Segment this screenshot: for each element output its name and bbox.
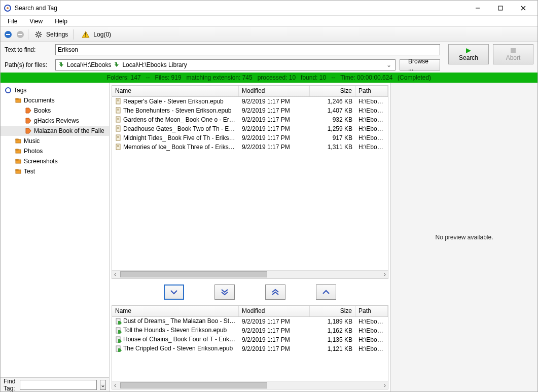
col-modified[interactable]: Modified	[239, 86, 310, 96]
app-icon	[4, 4, 12, 12]
menu-file[interactable]: File	[5, 17, 20, 26]
log-label[interactable]: Log(0)	[93, 31, 111, 38]
list-item[interactable]: Gardens of the Moon_ Book One o - Erikso…	[112, 115, 388, 124]
play-icon	[464, 47, 473, 54]
svg-marker-56	[118, 321, 122, 325]
tree-item[interactable]: Music	[1, 136, 109, 146]
col-path[interactable]: Path	[355, 306, 388, 316]
path-1: Local\H:\Ebooks	[67, 61, 111, 68]
settings-label[interactable]: Settings	[46, 31, 68, 38]
status-found: found: 10	[301, 74, 326, 81]
text-to-find-input[interactable]	[55, 44, 440, 55]
list-item[interactable]: The Crippled God - Steven Erikson.epub9/…	[112, 344, 388, 353]
svg-marker-26	[26, 108, 31, 113]
path-icon	[113, 61, 120, 68]
status-matching: matching extension: 745	[187, 74, 253, 81]
status-processed: processed: 10	[258, 74, 296, 81]
forward-icon[interactable]	[16, 30, 25, 39]
file-icon	[115, 98, 122, 105]
browse-button[interactable]: Browse ...	[400, 59, 440, 70]
status-bar: Folders: 147-- Files: 919 matching exten…	[1, 73, 537, 83]
tree-item[interactable]: gHacks Reviews	[1, 116, 109, 126]
tag-icon	[25, 107, 32, 114]
move-down-all-button[interactable]	[214, 284, 235, 300]
paths-input[interactable]: Local\H:\Ebooks Local\H:\Ebooks Library …	[55, 59, 396, 70]
svg-rect-36	[16, 169, 18, 170]
move-buttons	[112, 283, 388, 301]
titlebar: Search and Tag	[1, 1, 537, 16]
maximize-button[interactable]	[489, 1, 512, 15]
search-button[interactable]: Search	[448, 44, 489, 64]
svg-rect-30	[16, 139, 18, 140]
svg-rect-7	[6, 34, 10, 35]
toolbar: Settings ! Log(0)	[1, 27, 537, 42]
col-name[interactable]: Name	[112, 86, 239, 96]
move-down-button[interactable]	[164, 284, 184, 300]
svg-marker-58	[118, 330, 122, 334]
svg-rect-32	[16, 149, 18, 150]
folder-icon	[15, 168, 22, 175]
col-path[interactable]: Path	[355, 86, 388, 96]
svg-marker-21	[466, 48, 471, 53]
hscrollbar-top[interactable]: ‹›	[112, 270, 388, 278]
abort-button[interactable]: Abort	[493, 44, 533, 64]
status-folders: Folders: 147	[107, 74, 141, 81]
svg-point-23	[6, 88, 11, 93]
svg-point-10	[37, 33, 40, 36]
list-item[interactable]: The Bonehunters - Steven Erikson.epub9/2…	[112, 106, 388, 115]
folder-icon	[15, 97, 22, 104]
col-modified[interactable]: Modified	[239, 306, 310, 316]
back-icon[interactable]	[4, 30, 13, 39]
minimize-button[interactable]	[466, 1, 489, 15]
path-icon	[58, 61, 65, 68]
folder-icon	[15, 148, 22, 155]
file-icon	[115, 318, 122, 325]
svg-marker-62	[118, 348, 122, 352]
close-button[interactable]	[512, 1, 534, 15]
move-up-button[interactable]	[316, 284, 336, 300]
svg-rect-3	[498, 6, 503, 10]
path-2: Local\H:\Ebooks Library	[122, 61, 187, 68]
list-item[interactable]: Reaper's Gale - Steven Erikson.epub9/2/2…	[112, 97, 388, 106]
file-icon	[115, 134, 122, 141]
tree-item[interactable]: Documents	[1, 95, 109, 105]
col-size[interactable]: Size	[310, 306, 355, 316]
warning-icon[interactable]: !	[81, 30, 90, 39]
tree-item[interactable]: Screenshots	[1, 156, 109, 166]
status-time: Time: 00:00:00.624	[340, 74, 392, 81]
svg-rect-34	[16, 159, 18, 160]
svg-marker-60	[118, 339, 122, 343]
col-size[interactable]: Size	[310, 86, 355, 96]
tag-icon	[25, 127, 32, 134]
svg-rect-9	[18, 34, 22, 35]
file-icon	[115, 345, 122, 352]
tree-item[interactable]: Books	[1, 105, 109, 116]
paths-dropdown-icon[interactable]: ⌄	[385, 61, 393, 68]
list-item[interactable]: Toll the Hounds - Steven Erikson.epub9/2…	[112, 326, 388, 335]
svg-line-18	[36, 36, 37, 37]
list-item[interactable]: Memories of Ice_ Book Three of - Erikson…	[112, 142, 388, 152]
results-list-top: Name Modified Size Path Reaper's Gale - …	[112, 85, 388, 279]
file-icon	[115, 116, 122, 123]
find-tag-input[interactable]	[20, 380, 97, 390]
list-item[interactable]: Deadhouse Gates_ Book Two of Th - Erikso…	[112, 124, 388, 133]
menu-help[interactable]: Help	[52, 17, 70, 26]
gear-icon[interactable]	[34, 30, 43, 39]
hscrollbar-bottom[interactable]: ‹›	[112, 381, 388, 389]
col-name[interactable]: Name	[112, 306, 239, 316]
tree-item[interactable]: Malazan Book of the Falle	[1, 126, 109, 136]
tree-item[interactable]: Photos	[1, 146, 109, 156]
list-item[interactable]: House of Chains_ Book Four of T - Erikso…	[112, 335, 388, 344]
tree-root[interactable]: Tags	[1, 85, 109, 95]
find-tag-dropdown[interactable]: ⌄	[100, 380, 106, 390]
tags-icon	[5, 87, 12, 94]
stop-icon	[510, 47, 517, 54]
list-item[interactable]: Dust of Dreams_ The Malazan Boo - Steven…	[112, 317, 388, 326]
menu-view[interactable]: View	[26, 17, 46, 26]
svg-point-1	[7, 7, 9, 9]
svg-line-16	[40, 36, 41, 37]
tree-item[interactable]: Test	[1, 166, 109, 176]
sidebar: TagsDocumentsBooksgHacks ReviewsMalazan …	[1, 83, 110, 391]
move-up-all-button[interactable]	[265, 284, 285, 300]
list-item[interactable]: Midnight Tides_ Book Five of Th - Erikso…	[112, 133, 388, 142]
